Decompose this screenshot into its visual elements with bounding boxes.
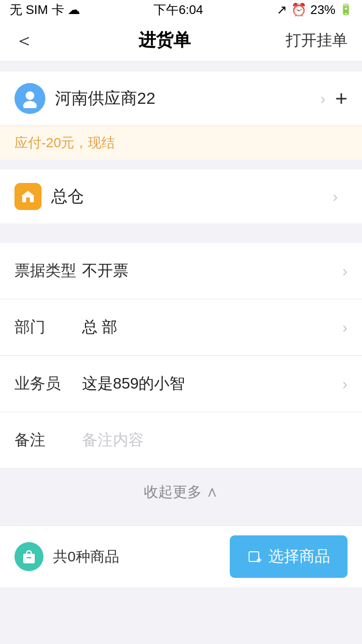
section-gap-1 [0,62,362,71]
product-count-label: 共0种商品 [53,547,220,567]
alarm-icon: ⏰ [291,2,306,17]
department-value: 总 部 [77,317,342,338]
section-gap-2 [0,160,362,169]
remark-label: 备注 [14,430,77,451]
svg-marker-3 [21,191,35,196]
back-icon: ＜ [14,29,34,51]
section-gap-3 [0,224,362,233]
svg-rect-6 [27,557,31,559]
product-bag-icon [14,542,43,571]
svg-point-1 [23,101,37,108]
location-icon: ↗ [277,2,287,17]
person-icon [20,89,40,108]
supplier-section: 河南供应商22 › + 应付-20元，现结 [0,71,362,160]
department-row[interactable]: 部门 总 部 › [0,299,362,356]
bottom-bar: 共0种商品 选择商品 [0,525,362,588]
nav-bar: ＜ 进货单 打开挂单 [0,19,362,62]
svg-rect-5 [23,554,35,563]
select-product-button[interactable]: 选择商品 [230,535,348,578]
remark-input[interactable]: 备注内容 [77,430,348,451]
battery-label: 23% [310,2,335,17]
invoice-type-row[interactable]: 票据类型 不开票 › [0,243,362,299]
warehouse-icon [14,183,42,210]
status-right: ↗ ⏰ 23% 🔋 [277,2,352,17]
supplier-name: 河南供应商22 [55,87,320,110]
status-bar: 无 SIM 卡 ☁ 下午6:04 ↗ ⏰ 23% 🔋 [0,0,362,19]
supplier-row[interactable]: 河南供应商22 › + [0,71,362,126]
invoice-type-value: 不开票 [77,260,342,281]
back-button[interactable]: ＜ [14,27,43,54]
content-background [0,588,362,644]
warehouse-building-icon [20,189,36,204]
salesperson-value: 这是859的小智 [77,373,342,394]
warehouse-row[interactable]: 总仓 › [0,169,362,224]
warehouse-section[interactable]: 总仓 › [0,169,362,224]
department-chevron-icon: › [342,319,348,336]
select-product-icon [247,549,263,564]
remark-row[interactable]: 备注 备注内容 [0,412,362,468]
svg-point-0 [26,91,34,100]
status-left: 无 SIM 卡 ☁ [10,1,80,18]
salesperson-label: 业务员 [14,373,77,394]
form-section: 票据类型 不开票 › 部门 总 部 › 业务员 这是859的小智 › 备注 备注… [0,243,362,468]
collapse-row[interactable]: 收起更多 ∧ [0,468,362,516]
select-product-label: 选择商品 [268,546,330,567]
supplier-avatar [14,83,45,114]
bag-icon [20,548,38,565]
battery-icon: 🔋 [339,3,352,16]
supplier-chevron-icon: › [320,90,326,108]
warehouse-name: 总仓 [51,185,333,208]
open-pending-button[interactable]: 打开挂单 [286,30,348,51]
sim-label: 无 SIM 卡 ☁ [10,1,80,18]
invoice-type-label: 票据类型 [14,260,77,281]
add-supplier-button[interactable]: + [335,88,348,109]
section-gap-4 [0,516,362,525]
notice-bar: 应付-20元，现结 [0,126,362,160]
invoice-type-chevron-icon: › [342,262,348,280]
status-time: 下午6:04 [153,1,203,18]
salesperson-chevron-icon: › [342,375,348,393]
svg-rect-4 [26,197,30,202]
page-title: 进货单 [139,28,191,52]
department-label: 部门 [14,317,77,338]
salesperson-row[interactable]: 业务员 这是859的小智 › [0,356,362,412]
warehouse-chevron-icon: › [333,188,338,206]
